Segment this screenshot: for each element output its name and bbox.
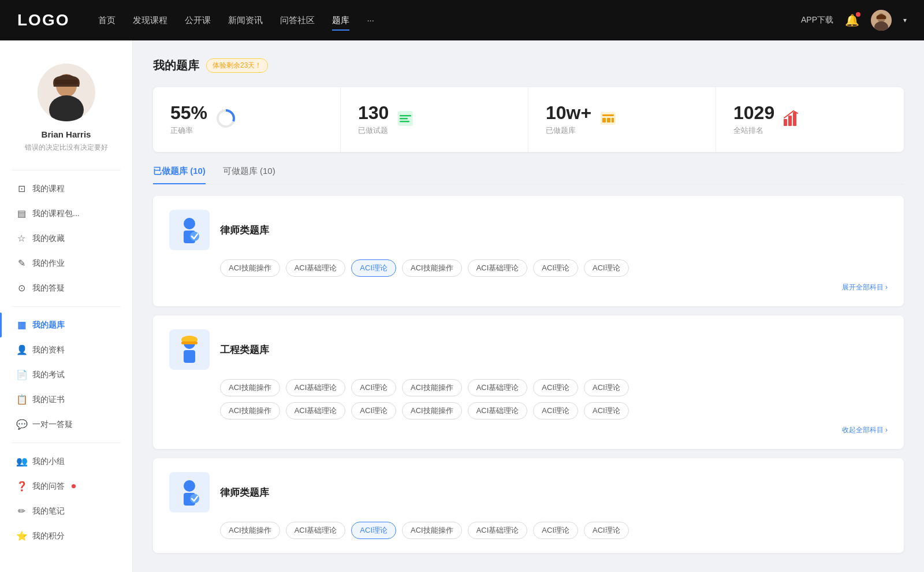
page-header: 我的题库 体验剩余23天！ <box>153 58 904 73</box>
qbank-tag[interactable]: ACI技能操作 <box>402 379 462 396</box>
nav-right: APP下载 🔔 ▾ <box>801 10 907 31</box>
user-avatar[interactable] <box>871 10 892 31</box>
stat-accuracy-label: 正确率 <box>170 125 207 136</box>
qbank-tag[interactable]: ACI技能操作 <box>220 402 280 419</box>
qbank-tag[interactable]: ACI理论 <box>351 402 396 419</box>
sidebar-item-myqa[interactable]: ⊙ 我的答疑 <box>0 276 132 300</box>
qbank-tag[interactable]: ACI技能操作 <box>220 522 280 539</box>
qbank-card-1-icon <box>169 210 210 250</box>
sidebar-item-label: 我的问答 <box>32 481 65 492</box>
mygroup-icon: 👥 <box>16 456 27 467</box>
nav-links: 首页 发现课程 公开课 新闻资讯 问答社区 题库 ··· <box>98 13 801 28</box>
svg-rect-12 <box>400 118 408 120</box>
stat-done-value: 130 <box>358 103 389 122</box>
stat-done-questions: 130 已做试题 <box>341 87 528 152</box>
nav-discover[interactable]: 发现课程 <box>133 13 167 28</box>
sidebar-divider-3 <box>12 443 121 443</box>
qbank-tag[interactable]: ACI基础理论 <box>468 259 528 277</box>
sidebar-item-mygroup[interactable]: 👥 我的小组 <box>0 449 132 474</box>
exam-icon: 📄 <box>16 369 27 380</box>
qbank-tag-active[interactable]: ACI理论 <box>351 259 396 277</box>
user-dropdown-icon[interactable]: ▾ <box>903 16 907 24</box>
nav-news[interactable]: 新闻资讯 <box>228 13 263 28</box>
qbank-tag[interactable]: ACI理论 <box>533 402 578 419</box>
qbank-tag[interactable]: ACI基础理论 <box>468 379 528 396</box>
stats-grid: 55% 正确率 130 已做试题 <box>153 87 904 152</box>
homework-icon: ✎ <box>16 258 27 269</box>
sidebar-item-myquestion[interactable]: ❓ 我的问答 <box>0 474 132 499</box>
rank-icon <box>783 110 800 129</box>
qbank-card-2-tags-row1: ACI技能操作 ACI基础理论 ACI理论 ACI技能操作 ACI基础理论 AC… <box>169 379 888 396</box>
sidebar-item-homework[interactable]: ✎ 我的作业 <box>0 251 132 276</box>
myqa-icon: ⊙ <box>16 283 27 294</box>
qbank-card-1: 律师类题库 ACI技能操作 ACI基础理论 ACI理论 ACI技能操作 ACI基… <box>153 196 904 306</box>
qbank-tag[interactable]: ACI基础理论 <box>286 522 346 539</box>
sidebar-item-exam[interactable]: 📄 我的考试 <box>0 362 132 387</box>
sidebar-item-mycourse[interactable]: ⊡ 我的课程 <box>0 176 132 201</box>
notification-bell[interactable]: 🔔 <box>845 13 859 27</box>
qbank-tag[interactable]: ACI基础理论 <box>468 402 528 419</box>
sidebar-item-mypoints[interactable]: ⭐ 我的积分 <box>0 523 132 548</box>
stat-accuracy: 55% 正确率 <box>153 87 341 152</box>
qbank-tag[interactable]: ACI技能操作 <box>402 259 462 277</box>
nav-qa[interactable]: 问答社区 <box>280 13 315 28</box>
svg-point-22 <box>184 218 195 229</box>
nav-more[interactable]: ··· <box>367 13 374 28</box>
svg-rect-13 <box>400 121 409 122</box>
qbank-tag[interactable]: ACI理论 <box>533 379 578 396</box>
nav-qbank[interactable]: 题库 <box>332 13 349 28</box>
nav-open[interactable]: 公开课 <box>185 13 211 28</box>
mynote-icon: ✏ <box>16 506 27 517</box>
qbank-tag[interactable]: ACI理论 <box>351 379 396 396</box>
qbank-tag[interactable]: ACI理论 <box>584 402 629 419</box>
qbank-tag[interactable]: ACI理论 <box>584 522 629 539</box>
qbank-tag[interactable]: ACI基础理论 <box>286 402 346 419</box>
page-wrap: Brian Harris 错误的决定比没有决定要好 ⊡ 我的课程 ▤ 我的课程包… <box>0 40 924 572</box>
svg-rect-21 <box>793 112 796 126</box>
sidebar-item-mynote[interactable]: ✏ 我的笔记 <box>0 499 132 523</box>
nav-home[interactable]: 首页 <box>98 13 116 28</box>
sidebar-item-cert[interactable]: 📋 我的证书 <box>0 387 132 412</box>
svg-rect-26 <box>184 350 195 363</box>
qbank-tag[interactable]: ACI理论 <box>584 379 629 396</box>
qbank-tag[interactable]: ACI理论 <box>533 522 578 539</box>
sidebar-item-label: 一对一答疑 <box>32 419 73 430</box>
qbank-tag[interactable]: ACI基础理论 <box>286 379 346 396</box>
engineer-icon <box>175 335 204 364</box>
profile-avatar-svg <box>38 64 95 121</box>
sidebar-item-favorites[interactable]: ☆ 我的收藏 <box>0 226 132 251</box>
app-download-button[interactable]: APP下载 <box>801 15 833 25</box>
sidebar-item-label: 我的作业 <box>32 258 65 269</box>
qbank-card-3-icon <box>169 472 210 512</box>
sidebar: Brian Harris 错误的决定比没有决定要好 ⊡ 我的课程 ▤ 我的课程包… <box>0 40 133 572</box>
svg-rect-15 <box>602 114 614 116</box>
qbank-tag[interactable]: ACI理论 <box>584 259 629 277</box>
qbank-tag[interactable]: ACI技能操作 <box>220 379 280 396</box>
sidebar-item-qbank[interactable]: ▦ 我的题库 <box>0 313 132 337</box>
tab-available[interactable]: 可做题库 (10) <box>223 166 275 184</box>
sidebar-item-1on1[interactable]: 💬 一对一答疑 <box>0 412 132 437</box>
qbank-card-1-expand[interactable]: 展开全部科目 › <box>169 283 888 292</box>
tab-done[interactable]: 已做题库 (10) <box>153 166 206 184</box>
qbank-card-2-header: 工程类题库 <box>169 329 888 370</box>
avatar-image <box>871 10 892 31</box>
done-questions-icon <box>397 110 414 129</box>
sidebar-item-coursepack[interactable]: ▤ 我的课程包... <box>0 201 132 226</box>
sidebar-item-myprofile[interactable]: 👤 我的资料 <box>0 337 132 362</box>
svg-rect-28 <box>181 341 198 344</box>
mycourse-icon: ⊡ <box>16 183 27 194</box>
qbank-tag[interactable]: ACI基础理论 <box>468 522 528 539</box>
stat-done-banks: 10w+ 已做题库 <box>528 87 716 152</box>
stat-rank-text: 1029 全站排名 <box>733 103 774 136</box>
qbank-tag[interactable]: ACI技能操作 <box>220 259 280 277</box>
qbank-tag[interactable]: ACI技能操作 <box>402 522 462 539</box>
qbank-tag[interactable]: ACI技能操作 <box>402 402 462 419</box>
qbank-tag-active[interactable]: ACI理论 <box>351 522 396 539</box>
qbank-card-3-header: 律师类题库 <box>169 472 888 512</box>
svg-rect-11 <box>400 115 411 117</box>
favorites-icon: ☆ <box>16 233 27 244</box>
lawyer-icon-2 <box>175 478 204 507</box>
qbank-tag[interactable]: ACI理论 <box>533 259 578 277</box>
qbank-tag[interactable]: ACI基础理论 <box>286 259 346 277</box>
qbank-card-2-collapse[interactable]: 收起全部科目 › <box>169 425 888 435</box>
